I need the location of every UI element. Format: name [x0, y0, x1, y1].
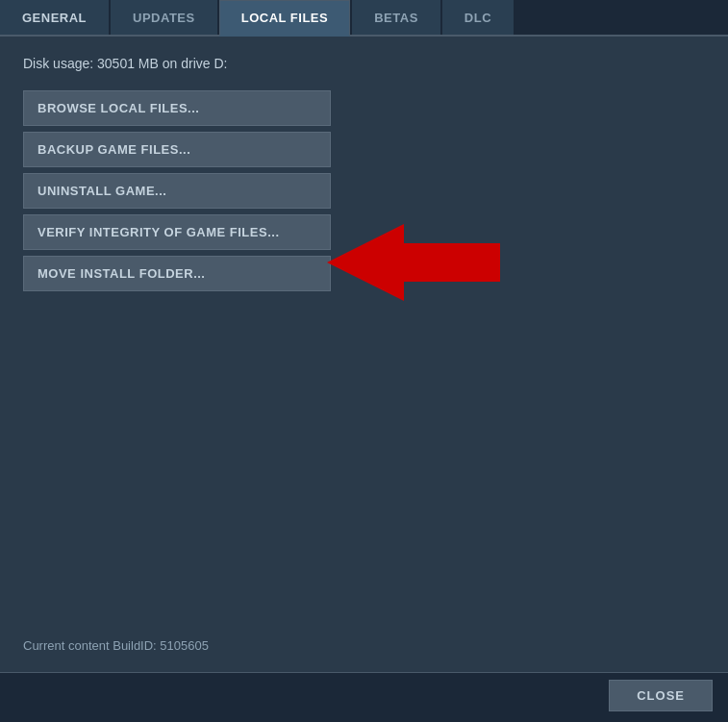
browse-local-files-button[interactable]: BROWSE LOCAL FILES...: [23, 90, 331, 126]
build-id-label: Current content BuildID: 5105605: [23, 638, 209, 653]
close-button[interactable]: CLOSE: [609, 680, 713, 711]
action-buttons-list: BROWSE LOCAL FILES... BACKUP GAME FILES.…: [23, 90, 331, 291]
uninstall-game-button[interactable]: UNINSTALL GAME...: [23, 173, 331, 209]
svg-marker-0: [327, 224, 500, 301]
disk-usage-label: Disk usage: 30501 MB on drive D:: [23, 56, 705, 71]
footer: CLOSE: [0, 672, 728, 718]
tab-bar: GENERAL UPDATES LOCAL FILES BETAS DLC: [0, 0, 728, 37]
tab-dlc[interactable]: DLC: [442, 0, 514, 35]
backup-game-files-button[interactable]: BACKUP GAME FILES...: [23, 132, 331, 167]
verify-integrity-button[interactable]: VERIFY INTEGRITY OF GAME FILES...: [23, 214, 331, 250]
main-content: Disk usage: 30501 MB on drive D: BROWSE …: [0, 37, 728, 672]
arrow-annotation: [327, 224, 500, 301]
tab-betas[interactable]: BETAS: [352, 0, 440, 35]
move-install-folder-button[interactable]: MOVE INSTALL FOLDER...: [23, 256, 331, 291]
tab-general[interactable]: GENERAL: [0, 0, 109, 35]
tab-local-files[interactable]: LOCAL FILES: [219, 0, 350, 37]
tab-updates[interactable]: UPDATES: [111, 0, 217, 35]
